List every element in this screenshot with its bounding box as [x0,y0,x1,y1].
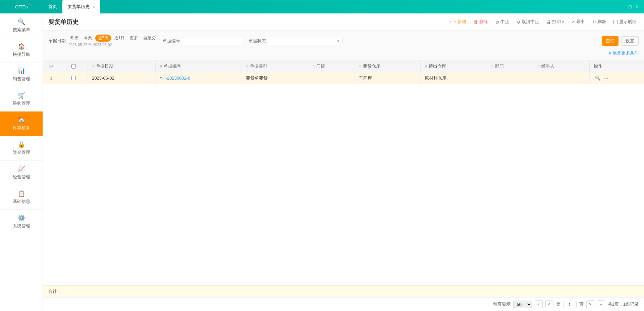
sidebar-item-finance[interactable]: 🔒 资金管理 [0,136,43,161]
row-view-button[interactable]: 🔍 [594,75,602,81]
print-icon: 🖨 [546,19,551,25]
date-btn-yesterday[interactable]: 昨天 [68,35,80,42]
order-no-input[interactable] [183,37,243,45]
sidebar-item-sales-label: 销售管理 [13,76,30,82]
date-btn-today[interactable]: 今天 [82,35,94,42]
content-area: 要货单历史 ＋ + 新增 🗑 删除 ⊘ 中止 ⊙ 取消中止 [43,13,644,311]
table-row[interactable]: 1 2023-06-02 YH-20230602-0 要货单要货 车间库 [43,72,644,84]
refresh-label: 刷新 [597,19,606,25]
page-size-select[interactable]: 50 10 20 100 [513,301,532,308]
tab-order-history[interactable]: 要货单历史 × [62,0,100,13]
select-all-checkbox[interactable] [71,64,76,69]
tab-close-icon[interactable]: × [93,5,95,9]
next-page-button[interactable]: > [586,300,594,308]
row-checkbox [60,72,88,84]
add-button[interactable]: ＋ + 新增 [446,17,468,26]
col-req-warehouse[interactable]: 要货仓库 [355,60,420,72]
page-title: 要货单历史 [48,18,78,26]
last-page-button[interactable]: » [597,300,605,308]
action-buttons: 查询 设置 [602,36,639,46]
add-label: + 新增 [454,19,466,25]
date-btn-7days[interactable]: 近7天 [95,35,111,42]
row-no: YH-20230602-0 [155,72,241,84]
first-page-button[interactable]: « [535,300,543,308]
export-icon: ↗ [571,19,575,25]
delete-button[interactable]: 🗑 删除 [472,17,490,26]
prev-page-button[interactable]: < [545,300,553,308]
row-select-checkbox[interactable] [71,76,76,80]
col-settings: ⚙ [43,60,60,72]
col-dept[interactable]: 部门 [487,60,533,72]
show-detail-label: 显示明细 [619,19,637,25]
tab-home[interactable]: 首页 [43,0,62,13]
sidebar-item-system[interactable]: ⚙️ 系统管理 [0,210,43,234]
stop-button[interactable]: ⊘ 中止 [493,17,511,26]
summary-label: 合计： [48,289,61,294]
total-info: 共1页，1条记录 [608,301,639,307]
col-no[interactable]: 单据编号 [155,60,241,72]
col-settings-icon[interactable]: ⚙ [49,63,53,69]
minimize-icon[interactable]: — [619,4,625,10]
sidebar-item-quicknav[interactable]: 🏠 快捷导航 [0,38,43,62]
sidebar-item-search[interactable]: 🔍 搜索菜单 [0,13,43,38]
date-filter-label: 单据日期 [48,38,66,44]
print-dropdown-icon: ▾ [562,20,564,24]
expand-more-button[interactable]: ▾ 展开更多条件 [609,50,639,56]
top-bar: OfTEn 首页 要货单历史 × — □ × [0,0,644,13]
sidebar-item-operation[interactable]: 📈 经营管理 [0,161,43,185]
delete-label: 删除 [479,19,488,25]
sidebar-item-sales[interactable]: 📊 销售管理 [0,62,43,87]
col-type[interactable]: 单据类型 [241,60,308,72]
sidebar: 🔍 搜索菜单 🏠 快捷导航 📊 销售管理 🛒 采购管理 🏠 库存核算 🔒 资金管… [0,13,43,311]
row-ops: 🔍 ⋯ [589,72,644,84]
add-icon: ＋ [448,19,452,25]
maximize-icon[interactable]: □ [629,4,631,9]
query-button[interactable]: 查询 [602,36,619,46]
cancel-stop-button[interactable]: ⊙ 取消中止 [515,17,541,26]
row-seq: 1 [43,72,60,84]
sidebar-item-inventory[interactable]: 🏠 库存核算 [0,112,43,136]
row-req-warehouse: 车间库 [355,72,420,84]
brand-logo: OfTEn [0,0,43,13]
settings-button[interactable]: 设置 [621,36,639,46]
col-date[interactable]: 单据日期 [88,60,155,72]
col-handler[interactable]: 经手人 [533,60,589,72]
date-btn-custom[interactable]: 自定义 [141,35,157,42]
status-filter-group: 单据状态 [249,37,342,45]
page-number-input[interactable] [563,301,577,308]
col-pending-warehouse[interactable]: 待出仓库 [420,60,487,72]
show-detail-checkbox[interactable]: 显示明细 [611,17,639,26]
top-bar-right: — □ × [619,4,644,10]
col-checkbox [60,60,88,72]
sidebar-item-purchase[interactable]: 🛒 采购管理 [0,87,43,112]
print-button[interactable]: 🖨 打印 ▾ [544,17,566,26]
close-icon[interactable]: × [636,4,639,10]
cancel-stop-icon: ⊙ [517,19,520,25]
row-more-button[interactable]: ⋯ [603,75,610,81]
sidebar-item-purchase-label: 采购管理 [13,100,30,106]
sidebar-item-search-label: 搜索菜单 [13,27,30,33]
finance-icon: 🔒 [18,141,25,148]
sidebar-item-operation-label: 经营管理 [13,174,30,180]
sidebar-item-finance-label: 资金管理 [13,149,30,156]
row-no-link[interactable]: YH-20230602-0 [160,76,191,81]
sidebar-item-system-label: 系统管理 [13,223,30,229]
date-btn-more[interactable]: 更多 [128,35,140,42]
date-quick-buttons: 昨天 今天 近7天 近1月 更多 自定义 [68,35,157,42]
table-container: ⚙ 单据日期 单据编号 单据类型 门店 要货仓库 待出仓库 [43,60,644,285]
expand-more-icon: ▾ [609,51,611,56]
filter-area: 单据日期 昨天 今天 近7天 近1月 更多 自定义 2023-05-27 至 2… [43,31,644,60]
row-checkbox-cell [64,76,84,80]
status-select[interactable] [269,37,342,45]
table-footer: 合计： [43,285,644,297]
col-store[interactable]: 门店 [308,60,355,72]
sidebar-item-quicknav-label: 快捷导航 [13,51,30,57]
refresh-button[interactable]: ↻ 刷新 [590,17,608,26]
date-btn-1month[interactable]: 近1月 [112,35,127,42]
filter-row: 单据日期 昨天 今天 近7天 近1月 更多 自定义 2023-05-27 至 2… [48,35,639,47]
export-button[interactable]: ↗ 导出 [569,17,587,26]
brand-text: OfTEn [15,4,28,9]
show-detail-input[interactable] [613,20,618,24]
status-select-wrapper [269,37,342,45]
sidebar-item-basic[interactable]: 📋 基础信息 [0,185,43,210]
